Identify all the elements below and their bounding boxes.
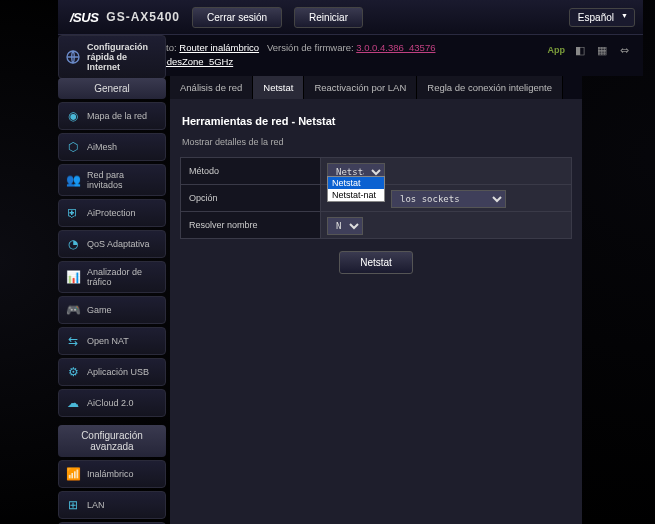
sidebar-item-guest[interactable]: 👥 Red para invitados <box>58 164 166 196</box>
sidebar-item-aicloud[interactable]: ☁ AiCloud 2.0 <box>58 389 166 417</box>
gear-globe-icon <box>65 49 81 65</box>
app-label[interactable]: App <box>548 45 566 55</box>
method-dropdown: Netstat Netstat-nat <box>327 176 385 202</box>
sidebar-item-label: AiProtection <box>87 208 136 218</box>
nat-icon: ⇆ <box>65 333 81 349</box>
sidebar-item-label: Inalámbrico <box>87 469 134 479</box>
quick-setup-label: Configuraciónrápida de Internet <box>87 42 159 72</box>
logout-button[interactable]: Cerrar sesión <box>192 7 282 28</box>
sidebar: General ◉ Mapa de la red ⬡ AiMesh 👥 Red … <box>58 78 166 524</box>
form-table: Método Netstat Netstat Netstat-nat Opció… <box>180 157 572 239</box>
resolve-label: Resolver nombre <box>181 211 321 238</box>
model-name: GS-AX5400 <box>106 10 180 24</box>
panel-subtitle: Mostrar detalles de la red <box>180 137 572 157</box>
main-panel: Herramientas de red - Netstat Mostrar de… <box>170 99 582 525</box>
sidebar-item-label: Open NAT <box>87 336 129 346</box>
sidebar-item-label: AiCloud 2.0 <box>87 398 134 408</box>
netstat-button[interactable]: Netstat <box>339 251 413 274</box>
tab-network-analysis[interactable]: Análisis de red <box>170 76 253 99</box>
tab-wol[interactable]: Reactivación por LAN <box>304 76 417 99</box>
method-option-netstat-nat[interactable]: Netstat-nat <box>328 189 384 201</box>
led-icon[interactable]: ▦ <box>595 43 609 57</box>
usb-icon[interactable]: ⇔ <box>617 43 631 57</box>
brand-logo: /SUS <box>70 10 98 25</box>
sidebar-item-game[interactable]: 🎮 Game <box>58 296 166 324</box>
option-label: Opción <box>181 184 321 211</box>
resolve-select[interactable]: No <box>327 217 363 235</box>
sidebar-item-opennat[interactable]: ⇆ Open NAT <box>58 327 166 355</box>
notify-icon[interactable]: ◧ <box>573 43 587 57</box>
sidebar-item-label: Game <box>87 305 112 315</box>
usb-app-icon: ⚙ <box>65 364 81 380</box>
sidebar-item-network-map[interactable]: ◉ Mapa de la red <box>58 102 166 130</box>
sidebar-item-label: Analizador de tráfico <box>87 267 159 287</box>
cloud-icon: ☁ <box>65 395 81 411</box>
ssid2-link[interactable]: RedesZone_5GHz <box>155 56 234 67</box>
tab-bar: Análisis de red Netstat Reactivación por… <box>170 76 582 99</box>
speedometer-icon: ◔ <box>65 236 81 252</box>
chart-icon: 📊 <box>65 269 81 285</box>
sidebar-item-qos[interactable]: ◔ QoS Adaptativa <box>58 230 166 258</box>
sidebar-item-traffic[interactable]: 📊 Analizador de tráfico <box>58 261 166 293</box>
panel-title: Herramientas de red - Netstat <box>180 109 572 137</box>
sidebar-item-label: QoS Adaptativa <box>87 239 150 249</box>
mode-link[interactable]: Router inalámbrico <box>179 42 259 53</box>
fw-link[interactable]: 3.0.0.4.386_43576 <box>356 42 435 53</box>
reboot-button[interactable]: Reiniciar <box>294 7 363 28</box>
method-label: Método <box>181 157 321 184</box>
users-icon: 👥 <box>65 172 81 188</box>
sidebar-advanced-title: Configuración avanzada <box>58 425 166 457</box>
sidebar-item-usb[interactable]: ⚙ Aplicación USB <box>58 358 166 386</box>
shield-icon: ⛨ <box>65 205 81 221</box>
quick-setup-button[interactable]: Configuraciónrápida de Internet <box>58 35 166 79</box>
tab-netstat[interactable]: Netstat <box>253 76 304 99</box>
mesh-icon: ⬡ <box>65 139 81 155</box>
language-select[interactable]: Español <box>569 8 635 27</box>
sidebar-item-lan[interactable]: ⊞ LAN <box>58 491 166 519</box>
method-option-netstat[interactable]: Netstat <box>328 177 384 189</box>
sidebar-item-label: Red para invitados <box>87 170 159 190</box>
sidebar-item-aiprotection[interactable]: ⛨ AiProtection <box>58 199 166 227</box>
sidebar-item-label: AiMesh <box>87 142 117 152</box>
sidebar-item-label: LAN <box>87 500 105 510</box>
option-select[interactable]: los sockets <box>391 190 506 208</box>
header-bar: /SUS GS-AX5400 Cerrar sesión Reiniciar E… <box>58 0 643 35</box>
gamepad-icon: 🎮 <box>65 302 81 318</box>
wifi-icon: 📶 <box>65 466 81 482</box>
lan-icon: ⊞ <box>65 497 81 513</box>
globe-icon: ◉ <box>65 108 81 124</box>
sidebar-item-label: Aplicación USB <box>87 367 149 377</box>
fw-label: Versión de firmware: <box>267 42 354 53</box>
sidebar-item-wireless[interactable]: 📶 Inalámbrico <box>58 460 166 488</box>
sidebar-item-aimesh[interactable]: ⬡ AiMesh <box>58 133 166 161</box>
sidebar-general-title: General <box>58 78 166 99</box>
tab-smart-connect[interactable]: Regla de conexión inteligente <box>417 76 563 99</box>
sidebar-item-label: Mapa de la red <box>87 111 147 121</box>
